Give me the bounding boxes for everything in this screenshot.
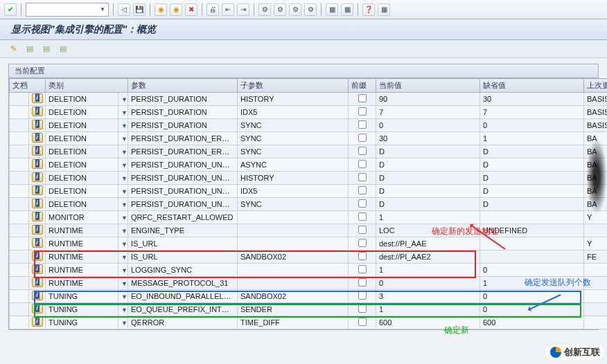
dropdown-cell[interactable]: ▼ bbox=[118, 106, 128, 119]
param-cell[interactable]: IS_URL bbox=[128, 237, 238, 251]
param-cell[interactable]: ENGINE_TYPE bbox=[128, 224, 238, 237]
cur-cell[interactable]: 0 bbox=[376, 119, 480, 132]
sub-cell[interactable] bbox=[238, 277, 349, 290]
col-cur[interactable]: 当前值 bbox=[376, 79, 480, 93]
cat-cell[interactable]: DELETION bbox=[46, 106, 118, 119]
last-cell[interactable]: BASIS bbox=[584, 93, 608, 106]
last-cell[interactable]: BA bbox=[584, 198, 608, 211]
cat-cell[interactable]: DELETION bbox=[46, 198, 118, 211]
cat-cell[interactable]: RUNTIME bbox=[46, 224, 118, 237]
cur-cell[interactable]: 600 bbox=[376, 316, 480, 329]
tool3-icon[interactable]: ⚙ bbox=[289, 3, 301, 16]
table-row[interactable]: DELETION▼PERSIST_DURATIONHISTORY9030BASI… bbox=[10, 93, 608, 106]
last-cell[interactable] bbox=[584, 277, 608, 290]
dropdown-cell[interactable]: ▼ bbox=[118, 93, 128, 106]
def-cell[interactable]: 0 bbox=[480, 303, 584, 316]
last-cell[interactable]: BASIS bbox=[584, 119, 608, 132]
cur-cell[interactable]: 1 bbox=[376, 303, 480, 316]
cat-cell[interactable]: RUNTIME bbox=[46, 277, 118, 290]
last-cell[interactable]: BA bbox=[584, 132, 608, 145]
last-page-icon[interactable]: ⇥ bbox=[237, 3, 249, 16]
cur-cell[interactable]: 7 bbox=[376, 106, 480, 119]
chevron-down-icon[interactable]: ▼ bbox=[121, 162, 127, 169]
doc-cell[interactable] bbox=[10, 264, 29, 277]
table-row[interactable]: DELETION▼PERSIST_DURATION_UN…IDX5DDBA bbox=[10, 185, 608, 198]
table-row[interactable]: TUNING▼QERRORTIME_DIFF600600 bbox=[10, 316, 608, 329]
sub-cell[interactable]: IDX5 bbox=[238, 185, 349, 198]
checkbox[interactable] bbox=[358, 199, 367, 208]
doc-cell[interactable] bbox=[10, 198, 29, 211]
cat-cell[interactable]: RUNTIME bbox=[46, 237, 118, 251]
col-sub[interactable]: 子参数 bbox=[238, 79, 349, 93]
cur-cell[interactable]: dest://PI_AAE2 bbox=[376, 251, 480, 264]
dropdown-cell[interactable]: ▼ bbox=[118, 264, 128, 277]
info-cell[interactable] bbox=[29, 264, 46, 277]
pref-cell[interactable] bbox=[349, 264, 376, 277]
cat-cell[interactable]: DELETION bbox=[46, 93, 118, 106]
pref-cell[interactable] bbox=[349, 145, 376, 158]
info-cell[interactable] bbox=[29, 224, 46, 237]
last-cell[interactable] bbox=[584, 224, 608, 237]
table-row[interactable]: TUNING▼EO_QUEUE_PREFIX_INT…SENDER10 bbox=[10, 303, 608, 316]
last-cell[interactable] bbox=[584, 303, 608, 316]
pref-cell[interactable] bbox=[349, 290, 376, 303]
cat-cell[interactable]: DELETION bbox=[46, 172, 118, 185]
cur-cell[interactable]: 3 bbox=[376, 290, 480, 303]
info-cell[interactable] bbox=[29, 158, 46, 172]
info-icon[interactable] bbox=[32, 317, 43, 327]
doc-cell[interactable] bbox=[10, 316, 29, 329]
sub-cell[interactable] bbox=[238, 224, 349, 237]
table-row[interactable]: DELETION▼PERSIST_DURATION_ER…SYNC301BA bbox=[10, 132, 608, 145]
tool-icon[interactable]: ⚙ bbox=[258, 3, 271, 16]
help-icon[interactable]: ❓ bbox=[362, 3, 375, 16]
col-param[interactable]: 参数 bbox=[128, 79, 238, 93]
col-def[interactable]: 缺省值 bbox=[480, 79, 584, 93]
doc-cell[interactable] bbox=[10, 145, 29, 158]
pref-cell[interactable] bbox=[349, 224, 376, 237]
cat-cell[interactable]: RUNTIME bbox=[46, 264, 118, 277]
dropdown-cell[interactable]: ▼ bbox=[118, 132, 128, 145]
doc-cell[interactable] bbox=[10, 185, 29, 198]
info-icon[interactable] bbox=[32, 185, 43, 195]
checkbox[interactable] bbox=[358, 160, 367, 168]
chevron-down-icon[interactable]: ▼ bbox=[121, 267, 127, 274]
info-cell[interactable] bbox=[29, 316, 46, 329]
last-cell[interactable]: BASIS bbox=[584, 106, 608, 119]
chevron-down-icon[interactable]: ▼ bbox=[121, 175, 127, 182]
pref-cell[interactable] bbox=[349, 237, 376, 251]
pref-cell[interactable] bbox=[349, 119, 376, 132]
info-icon[interactable] bbox=[32, 107, 43, 116]
table-row[interactable]: DELETION▼PERSIST_DURATION_ER…SYNCDDBA bbox=[10, 145, 608, 158]
cat-cell[interactable]: DELETION bbox=[46, 185, 118, 198]
tool2-icon[interactable]: ⚙ bbox=[274, 3, 286, 16]
table-row[interactable]: RUNTIME▼IS_URLSANDBOX02dest://PI_AAE2FE bbox=[10, 251, 608, 264]
param-cell[interactable]: IS_URL bbox=[128, 251, 238, 264]
info-cell[interactable] bbox=[29, 237, 46, 251]
ok-icon[interactable]: ✔ bbox=[4, 3, 17, 16]
param-cell[interactable]: PERSIST_DURATION bbox=[128, 106, 238, 119]
col-cat[interactable]: 类别 bbox=[46, 79, 128, 93]
table-row[interactable]: DELETION▼PERSIST_DURATION_UN…HISTORYDDBA bbox=[10, 172, 608, 185]
doc-cell[interactable] bbox=[10, 172, 29, 185]
cur-cell[interactable]: D bbox=[376, 158, 480, 172]
cur-cell[interactable]: LOC bbox=[376, 224, 480, 237]
last-cell[interactable]: BA bbox=[584, 158, 608, 172]
last-cell[interactable]: Y bbox=[584, 237, 608, 251]
param-cell[interactable]: PERSIST_DURATION bbox=[128, 119, 238, 132]
cur-cell[interactable]: 30 bbox=[376, 132, 480, 145]
close-icon[interactable]: ✖ bbox=[185, 3, 197, 16]
dropdown-cell[interactable]: ▼ bbox=[118, 237, 128, 251]
save-icon[interactable]: 💾 bbox=[133, 3, 146, 16]
cancel-icon[interactable]: ◉ bbox=[170, 3, 182, 16]
def-cell[interactable] bbox=[480, 251, 584, 264]
table-row[interactable]: RUNTIME▼LOGGING_SYNC10 bbox=[10, 264, 608, 277]
last-cell[interactable]: BA bbox=[584, 185, 608, 198]
pref-cell[interactable] bbox=[349, 185, 376, 198]
checkbox[interactable] bbox=[358, 186, 367, 194]
last-cell[interactable] bbox=[584, 316, 608, 329]
info-icon[interactable] bbox=[32, 133, 43, 143]
table-row[interactable]: TUNING▼EO_INBOUND_PARALLEL…SANDBOX0230 bbox=[10, 290, 608, 303]
chevron-down-icon[interactable]: ▼ bbox=[121, 122, 127, 129]
info-icon[interactable] bbox=[32, 93, 43, 103]
info-cell[interactable] bbox=[29, 185, 46, 198]
